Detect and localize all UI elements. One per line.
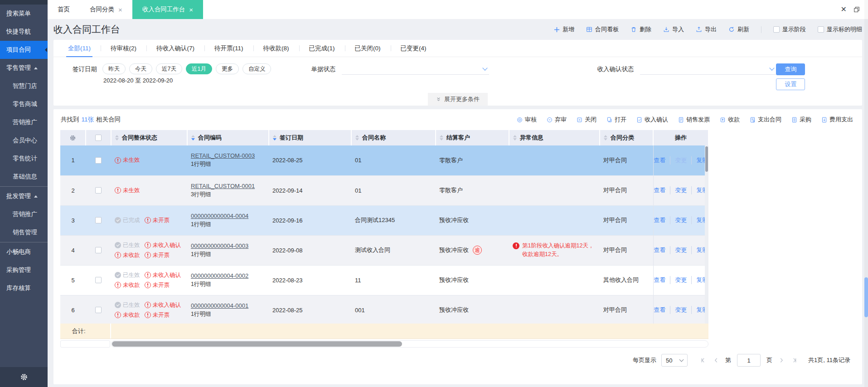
sidebar-item-ecommerce[interactable]: 小畅电商	[0, 243, 48, 261]
open-contract-button[interactable]: 打开	[606, 116, 626, 124]
first-page-icon[interactable]	[699, 356, 707, 364]
pill-yesterday[interactable]: 昨天	[102, 63, 126, 74]
contract-board-button[interactable]: 合同看板	[586, 25, 619, 34]
pill-today[interactable]: 今天	[129, 63, 152, 74]
col-abnormal-info[interactable]: 异常信息	[509, 130, 600, 145]
prev-page-icon[interactable]	[712, 356, 720, 364]
close-contract-button[interactable]: 关闭	[577, 116, 596, 124]
sidebar-item-inventory-accounting[interactable]: 库存核算	[0, 279, 48, 297]
contract-code-link[interactable]: 0000000000004-0003	[191, 242, 248, 249]
status-tab-pending-receipt[interactable]: 待收款(8)	[253, 40, 299, 57]
sidebar-item-marketing-wholesale[interactable]: 营销推广	[0, 205, 48, 223]
sort-icon[interactable]	[191, 135, 195, 140]
col-sign-date[interactable]: 签订日期	[269, 130, 351, 145]
checkbox-icon[interactable]	[95, 187, 102, 194]
pill-custom[interactable]: 自定义	[242, 63, 272, 74]
contract-code-link[interactable]: 0000000000004-0002	[191, 272, 248, 279]
table-row[interactable]: 3 已完成 未开票 0000000000004-00041行明细 2022-09…	[60, 205, 708, 235]
table-row[interactable]: 1 未生效 RETAIL_CUSTOM-00031行明细 2022-08-25 …	[60, 145, 708, 175]
checkbox-icon[interactable]	[95, 307, 102, 313]
pill-more[interactable]: 更多	[216, 63, 239, 74]
show-subject-detail-checkbox[interactable]: 显示标的明细	[818, 25, 862, 34]
page-scrollbar[interactable]	[864, 0, 868, 387]
sidebar-item-quick-nav[interactable]: 快捷导航	[0, 23, 48, 41]
checkbox-icon[interactable]	[773, 26, 780, 33]
checkbox-icon[interactable]	[95, 247, 102, 253]
vertical-scrollbar[interactable]	[705, 145, 708, 324]
col-contract-category[interactable]: 合同分类	[600, 130, 653, 145]
sort-icon[interactable]	[513, 135, 517, 140]
vertical-scrollbar-thumb[interactable]	[705, 146, 708, 172]
status-tab-pending-invoice[interactable]: 待开票(11)	[204, 40, 253, 57]
status-tab-pending-income-confirm[interactable]: 待收入确认(7)	[146, 40, 204, 57]
purchase-button[interactable]: 采购	[791, 116, 811, 124]
change-link[interactable]: 变更	[670, 276, 691, 284]
income-status-select[interactable]	[640, 63, 776, 75]
pill-last-month[interactable]: 近1月	[186, 63, 212, 74]
refresh-button[interactable]: 刷新	[728, 25, 749, 34]
sort-icon[interactable]	[355, 135, 359, 140]
page-scrollbar-thumb[interactable]	[864, 277, 868, 317]
checkbox-icon[interactable]	[95, 217, 102, 223]
sidebar-item-wholesale-mgmt[interactable]: 批发管理	[0, 187, 48, 205]
change-link[interactable]: 变更	[670, 246, 691, 254]
checkbox-icon[interactable]	[95, 135, 102, 141]
status-tab-completed[interactable]: 已完成(1)	[299, 40, 345, 57]
status-tab-changed[interactable]: 已变更(4)	[391, 40, 436, 57]
row-checkbox[interactable]	[86, 235, 111, 265]
tab-income-contract-workbench[interactable]: 收入合同工作台×	[132, 0, 203, 19]
expand-more-button[interactable]: 展开更多条件	[428, 93, 488, 106]
sidebar-item-marketing-retail[interactable]: 营销推广	[0, 113, 48, 131]
expense-button[interactable]: 费用支出	[821, 116, 853, 124]
sort-icon[interactable]	[440, 135, 443, 140]
sidebar-item-smart-store[interactable]: 智慧门店	[0, 77, 48, 95]
col-contract-name[interactable]: 合同名称	[351, 130, 436, 145]
status-tab-all[interactable]: 全部(11)	[58, 40, 101, 57]
checkbox-icon[interactable]	[95, 277, 102, 283]
col-contract-code[interactable]: 合同编码	[187, 130, 269, 145]
expense-contract-button[interactable]: 支出合同	[750, 116, 781, 124]
view-link[interactable]: 查看	[649, 216, 670, 224]
row-checkbox[interactable]	[86, 175, 111, 205]
status-tab-pending-audit[interactable]: 待审核(2)	[101, 40, 146, 57]
doc-status-select[interactable]	[342, 63, 489, 75]
next-page-icon[interactable]	[777, 356, 786, 364]
change-link[interactable]: 变更	[670, 306, 691, 314]
import-button[interactable]: 导入	[663, 25, 684, 34]
row-checkbox[interactable]	[86, 205, 111, 235]
contract-code-link[interactable]: RETAIL_CUSTOM-0003	[191, 152, 255, 159]
income-confirm-button[interactable]: 收入确认	[636, 116, 668, 124]
change-link[interactable]: 变更	[670, 186, 691, 194]
close-tab-icon[interactable]: ×	[189, 6, 193, 13]
tab-contract-category[interactable]: 合同分类×	[80, 0, 132, 19]
contract-code-link[interactable]: RETAIL_CUSTOM-0001	[191, 183, 255, 189]
sales-invoice-button[interactable]: 销售发票	[678, 116, 710, 124]
row-checkbox[interactable]	[86, 295, 111, 324]
col-overall-status[interactable]: 合同整体状态	[111, 130, 187, 145]
sort-icon[interactable]	[273, 135, 276, 140]
sidebar-item-base-info[interactable]: 基础信息	[0, 168, 48, 186]
sidebar-settings-button[interactable]	[0, 367, 48, 387]
sidebar-item-retail-mall[interactable]: 零售商城	[0, 95, 48, 113]
row-checkbox[interactable]	[86, 145, 111, 175]
table-row[interactable]: 5 已生效 未收入确认 未收款 未开票 0000000000004-00021行…	[60, 265, 708, 295]
audit-button[interactable]: 审核	[517, 116, 537, 124]
horizontal-scrollbar-track[interactable]	[111, 340, 708, 348]
view-link[interactable]: 查看	[649, 156, 670, 164]
table-row[interactable]: 2 未生效 RETAIL_CUSTOM-00013行明细 2022-09-14 …	[60, 175, 708, 205]
pill-last7days[interactable]: 近7天	[156, 63, 182, 74]
horizontal-scrollbar-thumb[interactable]	[112, 341, 402, 347]
contract-code-link[interactable]: 0000000000004-0004	[191, 213, 248, 219]
contract-code-link[interactable]: 0000000000004-0001	[191, 302, 248, 309]
row-checkbox[interactable]	[86, 265, 111, 295]
sort-icon[interactable]	[115, 135, 119, 140]
close-window-icon[interactable]: ✕	[841, 6, 847, 13]
page-number-input[interactable]	[737, 354, 761, 367]
table-row[interactable]: 4 已生效 未收入确认 未收款 未开票 0000000000004-00031行…	[60, 235, 708, 265]
select-all-checkbox[interactable]	[86, 130, 111, 145]
view-link[interactable]: 查看	[649, 246, 670, 254]
sort-icon[interactable]	[604, 135, 607, 140]
settings-button[interactable]: 设置	[776, 78, 805, 90]
show-stage-checkbox[interactable]: 显示阶段	[773, 25, 806, 34]
checkbox-icon[interactable]	[818, 26, 824, 33]
